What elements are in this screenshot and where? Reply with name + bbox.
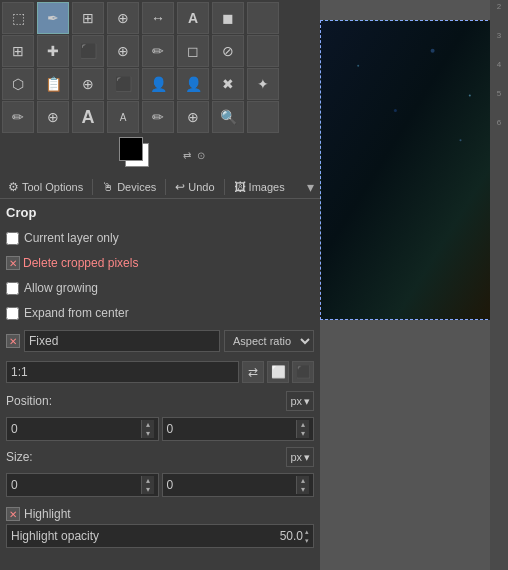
- tool-text2[interactable]: A: [72, 101, 104, 133]
- ratio-landscape-button[interactable]: ⬛: [292, 361, 314, 383]
- devices-icon: 🖱: [102, 180, 114, 194]
- size-wh-row: ▴ ▾ ▴ ▾: [6, 473, 314, 497]
- expand-center-label: Expand from center: [24, 306, 129, 320]
- tool-smudge[interactable]: 👤: [142, 68, 174, 100]
- position-y-input[interactable]: [167, 422, 297, 436]
- foreground-color[interactable]: [119, 137, 143, 161]
- position-y-up[interactable]: ▴: [297, 420, 309, 429]
- tool-free-select[interactable]: ↔: [142, 2, 174, 34]
- position-y-spinner: ▴ ▾: [296, 420, 309, 438]
- opacity-value-area: 50.0 ▴ ▾: [280, 527, 309, 545]
- size-w-up[interactable]: ▴: [142, 476, 154, 485]
- size-h-input[interactable]: [167, 478, 297, 492]
- position-unit-arrow: ▾: [304, 395, 310, 408]
- tool-bucket[interactable]: ◼: [212, 2, 244, 34]
- ratio-swap-button[interactable]: ⇄: [242, 361, 264, 383]
- tool-shear[interactable]: ◻: [177, 35, 209, 67]
- position-x-up[interactable]: ▴: [142, 420, 154, 429]
- tab-divider-1: [92, 179, 93, 195]
- tool-path[interactable]: ⬡: [2, 68, 34, 100]
- position-unit-label: px: [290, 395, 302, 407]
- expand-center-checkbox[interactable]: [6, 307, 19, 320]
- tool-crop[interactable]: ⬛: [72, 35, 104, 67]
- size-h-down[interactable]: ▾: [297, 485, 309, 494]
- allow-growing-checkbox[interactable]: [6, 282, 19, 295]
- tool-select-by-color[interactable]: ⊕: [107, 2, 139, 34]
- canvas-image[interactable]: [320, 20, 508, 320]
- tool-fuzzy[interactable]: ⊞: [72, 2, 104, 34]
- tab-devices[interactable]: 🖱 Devices: [96, 178, 162, 196]
- allow-growing-row: Allow growing: [6, 278, 314, 298]
- tool-move[interactable]: ✚: [37, 35, 69, 67]
- position-x-down[interactable]: ▾: [142, 429, 154, 438]
- tool-paint[interactable]: 📋: [37, 68, 69, 100]
- tool-gradient[interactable]: ⊕: [177, 101, 209, 133]
- allow-growing-label: Allow growing: [24, 281, 98, 295]
- tool-brush[interactable]: ✏: [142, 101, 174, 133]
- size-unit-label: px: [290, 451, 302, 463]
- tool-pen[interactable]: ✒: [37, 2, 69, 34]
- size-w-down[interactable]: ▾: [142, 485, 154, 494]
- position-x-field: ▴ ▾: [6, 417, 159, 441]
- ratio-portrait-button[interactable]: ⬜: [267, 361, 289, 383]
- expand-center-row: Expand from center: [6, 303, 314, 323]
- delete-cropped-row: ✕ Delete cropped pixels: [6, 253, 314, 273]
- tool-perspective[interactable]: ⊘: [212, 35, 244, 67]
- tab-images[interactable]: 🖼 Images: [228, 178, 291, 196]
- position-unit-select[interactable]: px ▾: [286, 391, 314, 411]
- tab-tool-options-label: Tool Options: [22, 181, 83, 193]
- reset-colors-icon[interactable]: ⊙: [197, 150, 205, 161]
- tool-align[interactable]: ⊞: [2, 35, 34, 67]
- swap-colors-icon[interactable]: ⇄: [183, 150, 191, 161]
- highlight-x-button[interactable]: ✕: [6, 507, 20, 521]
- size-unit-select[interactable]: px ▾: [286, 447, 314, 467]
- color-swatches[interactable]: [115, 135, 155, 175]
- tool-dodge[interactable]: 👤: [177, 68, 209, 100]
- position-y-down[interactable]: ▾: [297, 429, 309, 438]
- crop-title: Crop: [6, 205, 314, 220]
- highlight-opacity-row: Highlight opacity 50.0 ▴ ▾: [6, 524, 314, 548]
- tab-tool-options[interactable]: ⚙ Tool Options: [2, 178, 89, 196]
- tool-flip[interactable]: [247, 35, 279, 67]
- size-w-input[interactable]: [11, 478, 141, 492]
- tool-measure[interactable]: A: [107, 101, 139, 133]
- canvas-panel: 2 3 4 5 6: [320, 0, 508, 570]
- tool-rotate[interactable]: ⊕: [107, 35, 139, 67]
- tool-eraser[interactable]: ✖: [212, 68, 244, 100]
- opacity-value: 50.0: [280, 529, 303, 543]
- tool-pencil[interactable]: ✏: [2, 101, 34, 133]
- tool-ink[interactable]: ⊕: [37, 101, 69, 133]
- tool-star[interactable]: ✦: [247, 68, 279, 100]
- aspect-select[interactable]: Aspect ratio Fixed size Fixed width Fixe…: [224, 330, 314, 352]
- tool-blank-2[interactable]: [247, 101, 279, 133]
- fixed-x-button[interactable]: ✕: [6, 334, 20, 348]
- opacity-up[interactable]: ▴: [305, 527, 309, 536]
- current-layer-label: Current layer only: [24, 231, 119, 245]
- size-h-spinner: ▴ ▾: [296, 476, 309, 494]
- tab-undo-label: Undo: [188, 181, 214, 193]
- tool-zoom[interactable]: 🔍: [212, 101, 244, 133]
- tab-images-label: Images: [249, 181, 285, 193]
- tool-blank-1[interactable]: [247, 2, 279, 34]
- tool-text[interactable]: A: [177, 2, 209, 34]
- fixed-input[interactable]: [24, 330, 220, 352]
- undo-icon: ↩: [175, 180, 185, 194]
- position-x-spinner: ▴ ▾: [141, 420, 154, 438]
- tab-devices-label: Devices: [117, 181, 156, 193]
- tool-rect-select[interactable]: ⬚: [2, 2, 34, 34]
- svg-rect-0: [321, 21, 507, 319]
- tab-undo[interactable]: ↩ Undo: [169, 178, 220, 196]
- opacity-down[interactable]: ▾: [305, 536, 309, 545]
- tool-heal[interactable]: ⊕: [72, 68, 104, 100]
- current-layer-checkbox[interactable]: [6, 232, 19, 245]
- tabs-menu-button[interactable]: ▾: [303, 179, 318, 195]
- size-h-up[interactable]: ▴: [297, 476, 309, 485]
- position-x-input[interactable]: [11, 422, 141, 436]
- size-label: Size:: [6, 450, 33, 464]
- tool-clone[interactable]: ⬛: [107, 68, 139, 100]
- tool-scale[interactable]: ✏: [142, 35, 174, 67]
- highlight-header: ✕ Highlight: [6, 504, 314, 524]
- ratio-input[interactable]: [6, 361, 239, 383]
- delete-x-button[interactable]: ✕: [6, 256, 20, 270]
- position-label: Position:: [6, 394, 52, 408]
